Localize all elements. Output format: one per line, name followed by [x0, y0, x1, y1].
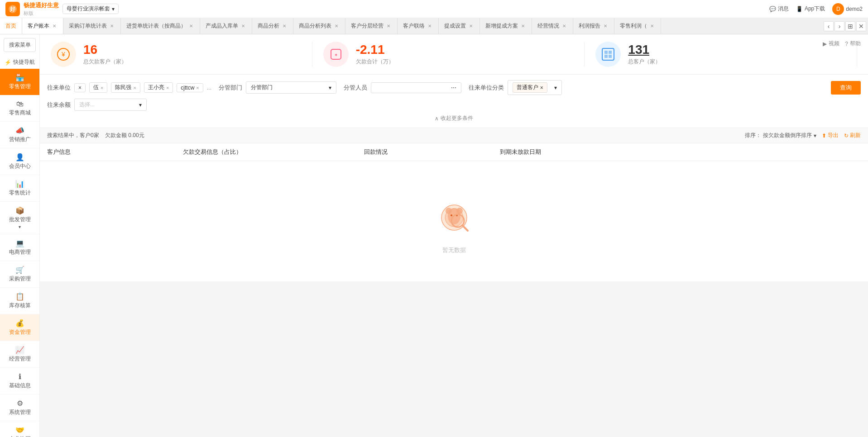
stat-info-credit-customers: 16 总欠款客户（家）	[83, 43, 127, 66]
tab-label: 利润报告	[579, 22, 600, 30]
close-icon[interactable]: ✕	[561, 23, 567, 29]
close-icon[interactable]: ✕	[109, 23, 115, 29]
close-icon[interactable]: ✕	[468, 23, 474, 29]
tab-finished-product[interactable]: 产成品入库单 ✕	[200, 18, 252, 34]
logo-icon: 好	[5, 2, 20, 16]
app-download-btn[interactable]: 📱 App下载	[796, 5, 825, 13]
tab-new-commission[interactable]: 新增提成方案 ✕	[480, 18, 532, 34]
member-icon: 👤	[15, 153, 24, 162]
filter-tag-wu[interactable]: 伍 ×	[89, 82, 107, 93]
user-avatar-area[interactable]: D demo2	[832, 3, 863, 15]
sidebar-item-marketing[interactable]: 📣 营销推广	[0, 122, 39, 148]
capital-icon: 💰	[15, 319, 24, 328]
branch-person-select[interactable]: ⋯	[371, 82, 461, 93]
sidebar-item-inventory[interactable]: 📋 库存核算	[0, 288, 39, 314]
tab-home[interactable]: 首页	[0, 18, 22, 34]
stat-value-credit-customers: 16	[83, 43, 127, 56]
sidebar-item-retail-mgmt[interactable]: 🏪 零售管理	[0, 69, 39, 95]
table-header: 客户信息 欠款交易信息（占比） 回款情况 到期未放款日期	[40, 143, 868, 161]
tab-product-analysis-list[interactable]: 商品分析列表 ✕	[293, 18, 345, 34]
tab-customer-connection[interactable]: 客户联络 ✕	[398, 18, 439, 34]
tab-customer-accounts[interactable]: 客户账本 ✕	[22, 18, 63, 34]
tab-product-analysis[interactable]: 商品分析 ✕	[252, 18, 293, 34]
close-icon[interactable]: ✕	[649, 23, 655, 29]
close-icon[interactable]: ✕	[427, 23, 433, 29]
close-icon[interactable]: ✕	[520, 23, 526, 29]
owner-balance-label: 往来余额	[47, 101, 71, 109]
nav-expand-btn[interactable]: ⊞	[845, 21, 855, 31]
tab-profit-report[interactable]: 利润报告 ✕	[573, 18, 614, 34]
branch-dept-select[interactable]: 分管部门 ▾	[246, 81, 336, 94]
retail-mgmt-icon: 🏪	[15, 73, 24, 82]
col-overdue-date: 到期未放款日期	[500, 148, 861, 156]
ecommerce-icon: 💻	[15, 239, 24, 247]
quick-nav-icon: ⚡	[5, 59, 11, 66]
close-icon[interactable]: ✕	[385, 23, 392, 29]
remove-tag-wu[interactable]: ×	[101, 85, 103, 90]
tab-label: 进货单统计表（按商品）	[126, 22, 186, 30]
avatar: D	[832, 3, 844, 15]
filter-tag-chen[interactable]: 陈民强 ×	[111, 82, 140, 93]
svg-text:✦: ✦	[334, 52, 338, 57]
filter-more-tags[interactable]: ...	[207, 85, 211, 91]
filter-tag-all[interactable]: ×	[74, 83, 86, 92]
messages-btn[interactable]: 💬 消息	[769, 5, 789, 13]
sidebar-item-ecommerce[interactable]: 💻 电商管理	[0, 234, 39, 261]
sidebar-quick-nav[interactable]: ⚡ 快捷导航	[0, 56, 39, 69]
tab-retail-profit[interactable]: 零售利润（ ✕	[614, 18, 661, 34]
tab-label: 经营情况	[537, 22, 559, 30]
stat-info-credit-amount: -2.11 欠款合计（万）	[356, 43, 394, 66]
sidebar-item-operations-mgmt[interactable]: 📈 经营管理	[0, 341, 39, 368]
tab-customer-segment[interactable]: 客户分层经营 ✕	[345, 18, 398, 34]
tab-label: 提成设置	[444, 22, 466, 30]
nav-next-btn[interactable]: ›	[834, 21, 844, 31]
close-icon[interactable]: ✕	[51, 23, 58, 29]
remove-tag-wang[interactable]: ×	[166, 85, 169, 90]
account-selector[interactable]: 母婴行业演示帐套 ▾	[62, 4, 119, 14]
filter-tag-wang[interactable]: 王小亮 ×	[144, 82, 173, 93]
sidebar-item-system-mgmt[interactable]: ⚙ 系统管理	[0, 394, 39, 421]
close-icon[interactable]: ✕	[333, 23, 340, 29]
close-icon[interactable]: ✕	[240, 23, 246, 29]
nav-prev-btn[interactable]: ‹	[824, 21, 834, 31]
remove-category-icon[interactable]: ×	[540, 85, 543, 91]
close-icon[interactable]: ✕	[602, 23, 609, 29]
basic-info-icon: ℹ	[19, 372, 21, 381]
owner-balance-select[interactable]: 选择... ▾	[74, 99, 147, 111]
tab-commission-settings[interactable]: 提成设置 ✕	[439, 18, 480, 34]
video-help-btn[interactable]: ▶ 视频	[823, 40, 839, 48]
sidebar-item-member-center[interactable]: 👤 会员中心	[0, 148, 39, 175]
sidebar-item-wholesale-mgmt[interactable]: 📦 批发管理 ▾	[0, 202, 39, 234]
sidebar-item-purchase-mgmt[interactable]: 🛒 采购管理	[0, 261, 39, 288]
collapse-btn[interactable]: ∧ 收起更多条件	[435, 114, 473, 122]
tab-label: 客户账本	[28, 22, 49, 30]
tab-incoming-stats[interactable]: 进货单统计表（按商品） ✕	[121, 18, 200, 34]
search-menu-btn[interactable]: 搜索菜单	[4, 38, 36, 52]
svg-text:¥: ¥	[61, 51, 65, 58]
owner-unit-type-select[interactable]: 普通客户 × ▾	[508, 80, 562, 95]
sidebar-item-retail-stats[interactable]: 📊 零售统计	[0, 175, 39, 202]
refresh-btn[interactable]: ↻ 刷新	[844, 132, 861, 139]
sidebar-item-capital-mgmt[interactable]: 💰 资金管理	[0, 314, 39, 341]
remove-tag-cjttcw[interactable]: ×	[196, 85, 199, 90]
wholesale-icon: 📦	[15, 206, 24, 215]
nav-tabs: 首页 客户账本 ✕ 采购订单统计表 ✕ 进货单统计表（按商品） ✕ 产成品入库单…	[0, 18, 868, 34]
remove-tag-chen[interactable]: ×	[133, 85, 136, 90]
data-table: 客户信息 欠款交易信息（占比） 回款情况 到期未放款日期	[40, 143, 868, 281]
sort-select[interactable]: 排序： 按欠款金额倒序排序 ▾	[745, 132, 816, 139]
export-btn[interactable]: ⬆ 导出	[822, 132, 839, 139]
sidebar-item-enterprise-cooperation[interactable]: 🤝 企业协同	[0, 421, 39, 437]
tab-business-status[interactable]: 经营情况 ✕	[532, 18, 573, 34]
sidebar-item-retail-mall[interactable]: 🛍 零售商城	[0, 95, 39, 122]
close-icon[interactable]: ✕	[281, 23, 288, 29]
query-button[interactable]: 查询	[831, 81, 861, 95]
help-btn[interactable]: ? 帮助	[845, 40, 861, 48]
close-icon[interactable]: ✕	[188, 23, 194, 29]
sidebar-item-basic-info[interactable]: ℹ 基础信息	[0, 368, 39, 394]
tab-purchase-order-stats[interactable]: 采购订单统计表 ✕	[63, 18, 121, 34]
filter-tag-cjttcw[interactable]: cjttcw ×	[177, 83, 203, 92]
export-icon: ⬆	[822, 133, 826, 139]
home-tab-label: 首页	[5, 22, 16, 30]
nav-close-btn[interactable]: ✕	[856, 21, 866, 31]
empty-text: 暂无数据	[442, 246, 466, 254]
